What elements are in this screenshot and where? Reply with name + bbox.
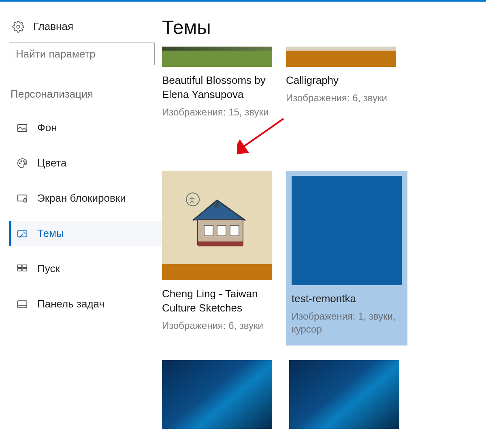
nav-label: Темы	[37, 227, 64, 240]
home-label: Главная	[33, 20, 73, 33]
main-content: Темы Beautiful Blossoms by Elena Yansupo…	[162, 2, 486, 429]
page-title: Темы	[162, 16, 486, 38]
themes-icon	[16, 228, 28, 240]
taskbar-icon	[16, 298, 28, 310]
svg-rect-11	[23, 265, 27, 267]
theme-title: test-remontka	[292, 292, 402, 306]
theme-subtitle: Изображения: 15, звуки	[162, 106, 272, 119]
theme-title: Cheng Ling - Taiwan Culture Sketches	[162, 287, 272, 315]
theme-subtitle: Изображения: 6, звуки	[162, 319, 272, 332]
themes-grid-continued	[162, 360, 486, 429]
theme-card-selected[interactable]: test-remontka Изображения: 1, звуки, кур…	[286, 171, 407, 346]
gear-icon	[12, 21, 24, 33]
nav-label: Фон	[37, 122, 57, 134]
svg-rect-14	[18, 301, 27, 308]
theme-subtitle: Изображения: 1, звуки, курсор	[292, 310, 402, 336]
house-sketch-icon	[177, 188, 258, 253]
nav-label: Панель задач	[37, 298, 104, 310]
svg-rect-13	[23, 268, 27, 271]
home-link[interactable]: Главная	[9, 18, 162, 43]
svg-rect-17	[204, 225, 213, 236]
sidebar: Главная Персонализация Фон Цвета	[0, 2, 162, 429]
theme-thumbnail	[289, 360, 399, 429]
theme-card[interactable]	[162, 360, 272, 429]
svg-rect-8	[24, 199, 26, 202]
theme-title: Beautiful Blossoms by Elena Yansupova	[162, 73, 272, 102]
search-input[interactable]	[16, 48, 147, 60]
start-icon	[16, 263, 28, 275]
theme-thumbnail	[162, 171, 272, 280]
theme-card[interactable]: Cheng Ling - Taiwan Culture Sketches Изо…	[162, 171, 272, 346]
nav-item-lockscreen[interactable]: Экран блокировки	[9, 186, 162, 211]
svg-point-1	[147, 54, 148, 54]
theme-card[interactable]	[289, 360, 399, 429]
svg-rect-18	[217, 225, 226, 236]
svg-rect-19	[230, 225, 239, 236]
nav-label: Экран блокировки	[37, 192, 126, 205]
svg-point-0	[17, 25, 20, 28]
theme-title: Calligraphy	[286, 73, 396, 87]
palette-icon	[16, 157, 28, 169]
theme-thumbnail	[162, 360, 272, 429]
search-icon	[147, 49, 148, 59]
search-box[interactable]	[9, 43, 155, 65]
nav-list: Фон Цвета Экран блокировки Темы	[9, 115, 162, 326]
svg-rect-10	[18, 265, 22, 267]
sidebar-section-header: Персонализация	[11, 88, 162, 100]
theme-thumbnail	[292, 176, 402, 285]
nav-item-colors[interactable]: Цвета	[9, 150, 162, 176]
nav-item-taskbar[interactable]: Панель задач	[9, 291, 162, 317]
svg-point-3	[19, 162, 21, 164]
svg-point-4	[21, 160, 22, 162]
nav-label: Пуск	[37, 262, 60, 275]
svg-rect-20	[198, 241, 243, 246]
theme-card[interactable]: Beautiful Blossoms by Elena Yansupova Из…	[162, 47, 272, 119]
svg-point-15	[186, 193, 199, 206]
nav-item-start[interactable]: Пуск	[9, 256, 162, 282]
theme-thumbnail	[286, 47, 396, 67]
svg-rect-12	[18, 268, 22, 271]
nav-item-themes[interactable]: Темы	[9, 221, 162, 246]
lock-screen-icon	[16, 192, 28, 205]
theme-thumbnail	[162, 47, 272, 67]
svg-point-5	[23, 160, 25, 162]
svg-point-6	[24, 162, 26, 164]
theme-subtitle: Изображения: 6, звуки	[286, 92, 396, 105]
theme-card[interactable]: Calligraphy Изображения: 6, звуки	[286, 47, 396, 119]
themes-grid: Beautiful Blossoms by Elena Yansupova Из…	[162, 47, 437, 346]
picture-icon	[16, 122, 28, 134]
nav-item-background[interactable]: Фон	[9, 115, 162, 141]
nav-label: Цвета	[37, 157, 66, 169]
